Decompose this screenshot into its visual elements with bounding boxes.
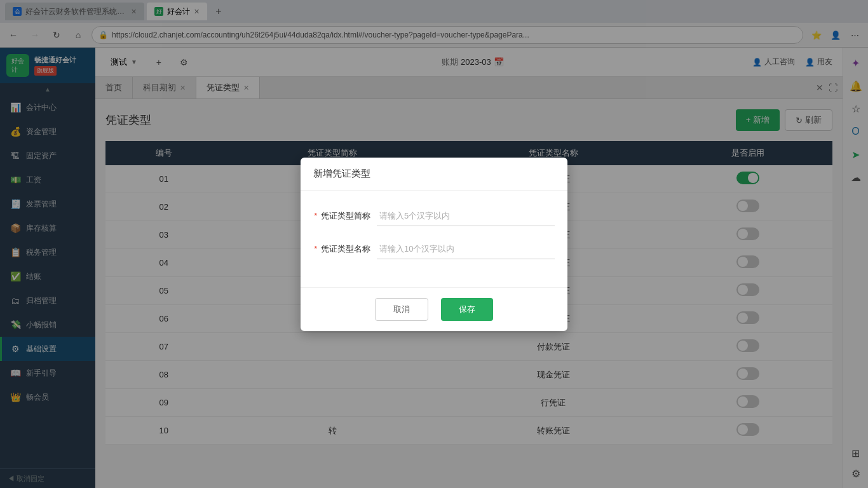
abbr-label: * 凭证类型简称 xyxy=(313,210,377,222)
modal-footer: 取消 保存 xyxy=(301,287,567,331)
modal-overlay: 新增凭证类型 * 凭证类型简称 * 凭证类型名称 取消 保存 xyxy=(0,0,868,488)
modal-header: 新增凭证类型 xyxy=(301,158,567,191)
add-voucher-modal: 新增凭证类型 * 凭证类型简称 * 凭证类型名称 取消 保存 xyxy=(301,158,567,331)
save-button[interactable]: 保存 xyxy=(441,298,493,321)
abbr-input[interactable] xyxy=(377,206,555,226)
name-form-row: * 凭证类型名称 xyxy=(313,239,555,259)
abbr-required-star: * xyxy=(314,211,317,220)
cancel-button[interactable]: 取消 xyxy=(375,298,428,321)
name-label: * 凭证类型名称 xyxy=(313,243,377,255)
abbr-form-row: * 凭证类型简称 xyxy=(313,206,555,226)
modal-body: * 凭证类型简称 * 凭证类型名称 xyxy=(301,191,567,287)
modal-title: 新增凭证类型 xyxy=(313,168,370,179)
name-required-star: * xyxy=(314,244,317,254)
name-input[interactable] xyxy=(377,239,555,259)
